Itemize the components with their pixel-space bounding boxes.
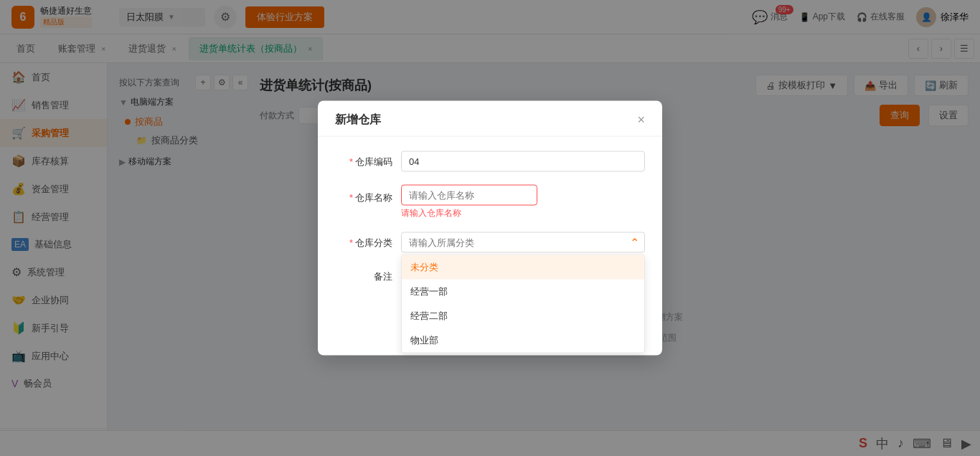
dropdown-item-uncategorized[interactable]: 未分类 — [402, 255, 644, 280]
add-warehouse-modal: 新增仓库 × 仓库编码 仓库名称 请输入仓库名称 仓库分类 ⌃ — [318, 101, 662, 356]
notes-label: 备注 — [335, 266, 392, 283]
name-field-row: 仓库名称 请输入仓库名称 — [335, 185, 645, 219]
modal-close-btn[interactable]: × — [637, 113, 645, 128]
category-dropdown: 未分类 经营一部 经营二部 物业部 — [401, 255, 645, 353]
dropdown-item-dept2[interactable]: 经营二部 — [402, 304, 644, 328]
dropdown-item-property[interactable]: 物业部 — [402, 328, 644, 353]
modal-header: 新增仓库 × — [318, 101, 662, 137]
name-error-msg: 请输入仓库名称 — [401, 207, 461, 219]
category-label: 仓库分类 — [335, 232, 392, 250]
modal-body: 仓库编码 仓库名称 请输入仓库名称 仓库分类 ⌃ 未分类 经营一部 — [318, 137, 662, 314]
category-field-row: 仓库分类 ⌃ 未分类 经营一部 经营二部 物业部 — [335, 232, 645, 253]
modal-title: 新增仓库 — [335, 113, 381, 128]
dropdown-item-dept1[interactable]: 经营一部 — [402, 280, 644, 304]
name-input[interactable] — [401, 185, 537, 206]
code-label: 仓库编码 — [335, 151, 392, 168]
code-field-row: 仓库编码 — [335, 151, 645, 172]
category-input[interactable] — [401, 232, 645, 253]
name-label: 仓库名称 — [335, 186, 392, 204]
code-input[interactable] — [401, 151, 645, 172]
